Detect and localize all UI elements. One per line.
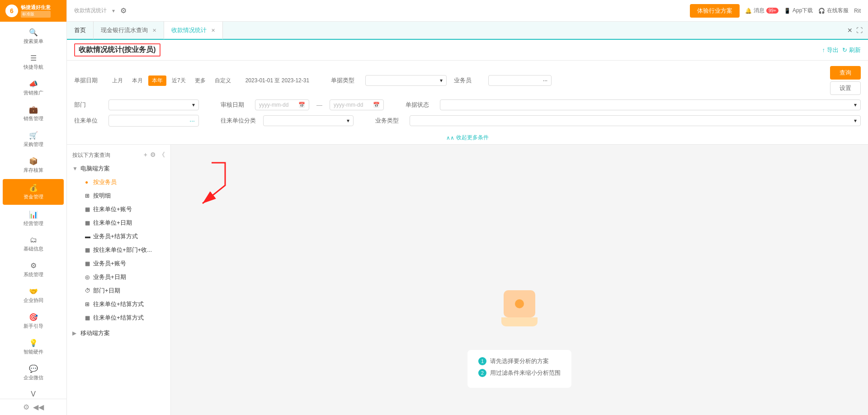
refresh-button[interactable]: ↻ 刷新 — [842, 46, 861, 54]
sidebar-footer: ⚙ ◀◀ — [0, 399, 66, 415]
dept-chevron-icon: ▾ — [192, 102, 195, 108]
sidebar-item-member[interactable]: V 畅会员 — [0, 386, 66, 399]
sidebar-item-system[interactable]: ⚙ 系统管理 — [0, 257, 66, 283]
voucher-type-chevron-icon: ▾ — [440, 77, 443, 84]
panel-title: 按以下方案查询 — [72, 151, 144, 159]
audit-date-to-input[interactable]: yyyy-mm-dd 📅 — [330, 99, 384, 110]
sidebar-item-search[interactable]: 🔍 搜索菜单 — [0, 24, 66, 49]
page-content: 收款情况统计(按业务员) ↑ 导出 ↻ 刷新 单据日期 上月 本月 本年 — [67, 40, 868, 415]
receipt-tab-close-icon[interactable]: ✕ — [211, 28, 215, 33]
sidebar-item-smarthw[interactable]: 💡 智能硬件 — [0, 334, 66, 360]
settings-footer-btn[interactable]: ⚙ — [23, 403, 29, 411]
trial-button[interactable]: 体验行业方案 — [690, 4, 740, 18]
collapse-sidebar-btn[interactable]: ◀◀ — [33, 403, 44, 411]
partner-select[interactable]: ··· — [108, 115, 199, 127]
biz-type-select[interactable]: ▾ — [410, 115, 861, 126]
sidebar-item-enterprise[interactable]: 🤝 企业协同 — [0, 283, 66, 308]
filter-settings-button[interactable]: 设置 — [830, 81, 861, 95]
tree-item-partner-settlement-1[interactable]: ⊞ 往来单位+结算方式 — [80, 297, 170, 311]
tree-item-partner-dept[interactable]: ▦ 按往来单位+部门+收... — [80, 243, 170, 257]
date-tab-custom[interactable]: 自定义 — [211, 75, 235, 86]
partner-category-select[interactable]: ▾ — [263, 115, 354, 126]
refresh-icon: ↻ — [842, 47, 847, 53]
voucher-status-select[interactable]: ▾ — [440, 99, 861, 110]
top-header: 收款情况统计 ▾ ⚙ 体验行业方案 🔔 消息 99+ 📱 App下载 🎧 在线客… — [67, 0, 868, 22]
wechat-icon: 💬 — [29, 364, 38, 373]
service-icon: 🎧 — [818, 8, 825, 14]
page-title: 收款情况统计(按业务员) — [74, 43, 160, 57]
online-service-action[interactable]: 🎧 在线客服 — [818, 7, 849, 14]
partner-account-icon: ▦ — [85, 206, 91, 212]
panel-collapse-icon[interactable]: 《 — [159, 151, 165, 159]
user-avatar[interactable]: Rit — [854, 8, 861, 14]
bank-tab-close-icon[interactable]: ✕ — [152, 28, 156, 33]
tree-item-salesman-account[interactable]: ▦ 业务员+账号 — [80, 257, 170, 270]
date-tab-more[interactable]: 更多 — [191, 75, 209, 86]
sidebar-item-marketing[interactable]: 📣 营销推广 — [0, 75, 66, 101]
export-button[interactable]: ↑ 导出 — [822, 46, 839, 54]
biz-type-chevron-icon: ▾ — [854, 118, 857, 124]
detail-item-icon: ⊞ — [85, 193, 91, 199]
tree-section-mobile-toggle[interactable]: ▶ 移动端方案 — [67, 326, 170, 340]
salesman-account-icon: ▦ — [85, 260, 91, 267]
tree-item-partner-account[interactable]: ▦ 往来单位+账号 — [80, 203, 170, 216]
guide-icon: 🎯 — [29, 313, 38, 321]
user-name: Rit — [854, 8, 861, 14]
sidebar-item-basicinfo[interactable]: 🗂 基础信息 — [0, 231, 66, 257]
salesman-date-icon: ◎ — [85, 274, 91, 280]
robot-base — [501, 317, 538, 326]
quick-nav-icon: ☰ — [30, 54, 37, 62]
tree-item-partner-date[interactable]: ▦ 往来单位+日期 — [80, 216, 170, 230]
salesman-label: 业务员 — [454, 76, 481, 85]
tree-item-salesman-settlement[interactable]: ▬ 业务员+结算方式 — [80, 230, 170, 243]
sidebar-item-purchase[interactable]: 🛒 采购管理 — [0, 127, 66, 152]
window-buttons: ✕ ⛶ — [847, 27, 868, 34]
sidebar-item-inventory[interactable]: 📦 库存核算 — [0, 152, 66, 178]
window-close-icon[interactable]: ✕ — [847, 27, 853, 34]
sidebar-item-finance[interactable]: 💰 资金管理 — [3, 179, 64, 205]
tab-home[interactable]: 首页 — [67, 21, 94, 39]
sidebar-item-operations[interactable]: 📊 经营管理 — [0, 206, 66, 231]
system-icon: ⚙ — [30, 261, 37, 270]
hint-text-2: 用过滤条件来缩小分析范围 — [490, 369, 561, 377]
window-maximize-icon[interactable]: ⛶ — [856, 27, 863, 34]
query-button[interactable]: 查询 — [830, 66, 861, 80]
collapse-filter-button[interactable]: ∧∧ 收起更多条件 — [74, 131, 861, 144]
desktop-toggle-icon: ▼ — [72, 165, 79, 172]
voucher-type-select[interactable]: ▾ — [365, 75, 447, 86]
app-download-action[interactable]: 📱 App下载 — [784, 7, 813, 14]
panel-add-btn[interactable]: + — [144, 151, 147, 159]
receipt-tab-label: 收款情况统计 — [171, 26, 207, 34]
date-tab-this-month[interactable]: 本月 — [128, 75, 146, 86]
tree-item-salesman[interactable]: ● 按业务员 — [80, 175, 170, 189]
partner-label: 往来单位 — [74, 117, 101, 125]
message-icon: 🔔 — [745, 8, 752, 14]
dept-select[interactable]: ▾ — [108, 99, 199, 110]
tab-receipt[interactable]: 收款情况统计 ✕ — [164, 22, 223, 40]
date-tab-last-month[interactable]: 上月 — [108, 75, 127, 86]
hint-num-1: 1 — [478, 357, 486, 365]
tree-item-partner-settlement-2[interactable]: ▦ 往来单位+结算方式 — [80, 311, 170, 325]
sidebar-item-quicknav[interactable]: ☰ 快捷导航 — [0, 49, 66, 75]
partner-settlement-2-icon: ▦ — [85, 315, 91, 321]
tree-section-desktop-toggle[interactable]: ▼ 电脑端方案 — [67, 162, 170, 175]
tab-bank[interactable]: 现金银行流水查询 ✕ — [94, 21, 164, 39]
breadcrumb-chevron-icon[interactable]: ▾ — [112, 8, 115, 14]
red-arrow-svg — [189, 158, 279, 226]
tree-item-salesman-date[interactable]: ◎ 业务员+日期 — [80, 270, 170, 284]
date-tab-7days[interactable]: 近7天 — [168, 75, 189, 86]
header-gear-icon[interactable]: ⚙ — [120, 6, 127, 15]
sidebar-item-guide[interactable]: 🎯 新手引导 — [0, 308, 66, 334]
tree-item-dept-date[interactable]: ⏱ 部门+日期 — [80, 284, 170, 297]
purchase-icon: 🛒 — [29, 131, 38, 140]
audit-date-from-input[interactable]: yyyy-mm-dd 📅 — [255, 99, 309, 110]
date-tab-this-year[interactable]: 本年 — [148, 75, 166, 86]
message-action[interactable]: 🔔 消息 99+ — [745, 7, 778, 14]
tree-item-detail[interactable]: ⊞ 按明细 — [80, 189, 170, 203]
sidebar-item-wechat[interactable]: 💬 企业微信 — [0, 360, 66, 386]
hint-text-1: 请先选择要分析的方案 — [490, 357, 549, 365]
sidebar-item-sales[interactable]: 💼 销售管理 — [0, 101, 66, 127]
audit-date-label: 审核日期 — [221, 101, 248, 109]
panel-settings-icon[interactable]: ⚙ — [150, 151, 156, 159]
salesman-select[interactable]: ··· — [488, 75, 552, 86]
